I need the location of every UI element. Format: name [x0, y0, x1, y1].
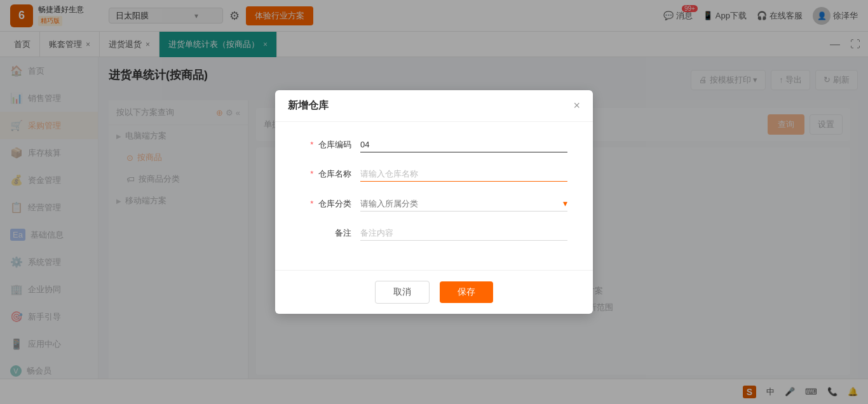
warehouse-remark-label: 备注 — [301, 227, 351, 239]
code-required-mark: * — [310, 140, 313, 149]
warehouse-category-select[interactable]: ▾ — [360, 196, 567, 212]
warehouse-code-input[interactable] — [360, 137, 567, 152]
modal-close-button[interactable]: × — [573, 99, 580, 112]
warehouse-remark-row: 备注 — [301, 226, 567, 241]
category-input[interactable] — [360, 199, 563, 208]
warehouse-category-row: * 仓库分类 ▾ — [301, 196, 567, 212]
add-warehouse-modal: 新增仓库 × * 仓库编码 * 仓库名称 — [275, 90, 593, 314]
warehouse-code-label: * 仓库编码 — [301, 139, 351, 151]
modal-footer: 取消 保存 — [275, 270, 593, 314]
category-required-mark: * — [310, 199, 313, 208]
modal-header: 新增仓库 × — [275, 90, 593, 122]
warehouse-name-input[interactable] — [360, 166, 567, 182]
warehouse-remark-input[interactable] — [360, 226, 567, 241]
warehouse-code-row: * 仓库编码 — [301, 137, 567, 152]
category-dropdown-icon[interactable]: ▾ — [563, 198, 567, 208]
warehouse-name-label: * 仓库名称 — [301, 168, 351, 180]
modal-body: * 仓库编码 * 仓库名称 * 仓库分类 — [275, 122, 593, 270]
warehouse-category-label: * 仓库分类 — [301, 198, 351, 210]
name-required-mark: * — [310, 169, 313, 178]
save-button[interactable]: 保存 — [440, 281, 493, 303]
warehouse-name-row: * 仓库名称 — [301, 166, 567, 182]
modal-overlay: 新增仓库 × * 仓库编码 * 仓库名称 — [0, 0, 868, 404]
cancel-button[interactable]: 取消 — [375, 281, 430, 304]
modal-title: 新增仓库 — [288, 99, 329, 112]
